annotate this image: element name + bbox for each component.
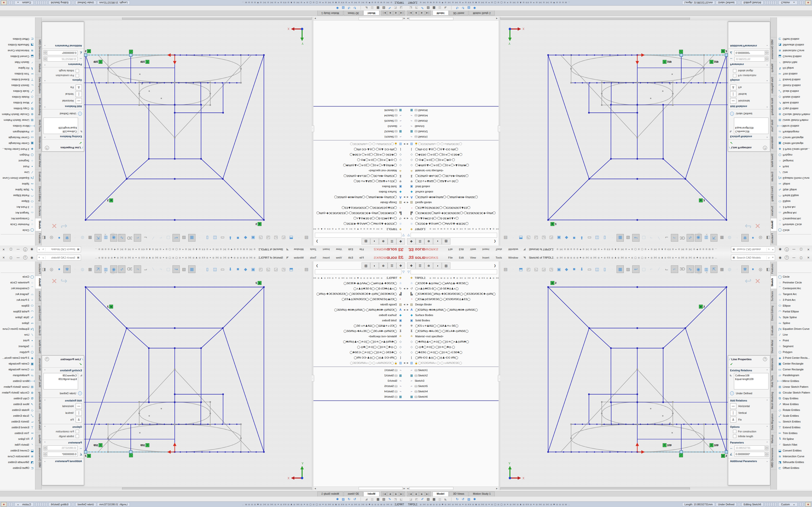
tree-item[interactable]: ☆ ◯ЄЅЗЄ✚◦♟◎ΛА⌀◯◦◯⌀АΛ◎♟◦✚ЗЄЅЄ◯ — [406, 281, 499, 286]
collapse-icon[interactable]: ⌃ — [766, 441, 768, 444]
bottom-toolbar-icon[interactable]: ▤ — [425, 497, 431, 501]
account-icon[interactable]: ◉ — [777, 248, 783, 251]
rollback-bar[interactable] — [406, 106, 499, 107]
tree-item-sketch[interactable]: ⌐ (-) Sketch4 — [406, 113, 499, 118]
option-row[interactable]: For construction — [728, 429, 770, 434]
sketch-tool-item[interactable]: ⊛ Circular Sketch Pattern — [0, 390, 35, 395]
tree-item[interactable]: Σ ◯ЄЅИΝ◎◦✚А∪ЗЄ◯◦◯ЗЄ∪А✚◦◎ИΝЅЄ◯ — [406, 328, 499, 334]
panel-expand-icon[interactable]: ❯ — [494, 264, 498, 267]
titlebar-quick-icons[interactable]: ◎ ЗЄ ◎ Ш ◎ ◎ ◎ ✚ ◎ ЭС ◎ ЗЄ ◎ ✦ ◎ ЄЅ ◎ ♟ … — [83, 248, 255, 251]
tab-nav-button[interactable]: ▶ — [419, 11, 425, 15]
bottom-toolbar-icon[interactable]: ◪ — [398, 497, 404, 501]
sketch-tool-item[interactable]: ⬓ Convert Entities — [0, 54, 35, 59]
sketch-tool-item[interactable]: ↗ Move Entities — [0, 401, 35, 407]
close-button[interactable]: ✕ — [0, 248, 7, 251]
sketch-tool-item[interactable]: ✂ Trim Entities — [0, 430, 35, 436]
tree-item[interactable]: ◇ ◯✚ϨЭ∈∙◯✳⊙[◯◦◯]⊙✳◯∙∈ЭϨ✚◯ — [313, 152, 406, 157]
relation-badge[interactable]: ∕ — [129, 453, 133, 457]
expand-icon[interactable]: ⌄ — [766, 460, 768, 462]
sketch-tool-item[interactable]: ✂ Trim Entities — [777, 430, 812, 436]
help-icon[interactable]: ? — [785, 247, 789, 251]
sketch-tool-item[interactable]: ◈ 3 Point Center Recta... — [0, 355, 35, 361]
relation-badge[interactable]: ⧄ 3 — [721, 50, 727, 53]
document-tab[interactable]: Motion Study 1 — [317, 10, 343, 15]
commandmanager-tab[interactable]: Mesh Modeling — [771, 96, 777, 117]
sketch-tool-item[interactable]: ✂ Trim Entities — [777, 71, 812, 77]
menu-item[interactable]: View — [333, 248, 345, 251]
parameters-header[interactable]: Parameters — [68, 441, 82, 444]
parameters-header[interactable]: Parameters — [730, 441, 744, 444]
tree-item[interactable]: ▶ A ◯ЄЅИΝ◎◦✚А✚◎ИΝА◯◦◯АИΝ◎✚А✚◦◎ИΝЅЄ◯ — [406, 194, 499, 200]
tree-filter-input[interactable] — [411, 270, 497, 274]
additional-parameters-header[interactable]: Additional Parameters — [730, 460, 757, 463]
commandmanager-tab[interactable]: Weldments — [35, 356, 41, 373]
bottom-toolbar-icon[interactable]: ✐ — [387, 497, 393, 501]
tab-nav-button[interactable]: ◀ — [393, 492, 399, 496]
option-row[interactable]: For construction — [728, 73, 770, 78]
sketch-tool-item[interactable]: ◯ Circle — [777, 274, 812, 280]
commandmanager-tab[interactable]: Direct Editing — [35, 184, 41, 203]
search-icon[interactable]: ⌕ — [767, 256, 771, 259]
ok-check-icon[interactable]: ✔ — [728, 140, 770, 145]
sketch-tool-item[interactable]: ⌒ Centerpoint Arc — [777, 216, 812, 222]
expand-icon[interactable]: ▶ — [403, 287, 406, 290]
search-dropdown-icon[interactable]: ▼ — [771, 248, 775, 250]
commandmanager-tab[interactable]: Markup — [771, 61, 777, 74]
checkbox[interactable] — [733, 74, 737, 77]
expand-icon[interactable]: ▶ — [403, 196, 406, 199]
search-box[interactable]: ▣ ⌕ ▼ — [37, 247, 81, 252]
tree-item[interactable]: ◇ ◯∙◎✚◯✳⊙[◯◦◯]⊙✳◯✚◎∙◯ — [313, 344, 406, 350]
document-tab[interactable]: Model — [363, 10, 379, 15]
sketch-tool-item[interactable]: ◠ Partial Ellipse — [0, 193, 35, 199]
tree-item[interactable]: ◇ ◯∙◎✚◯✳⊙[◯◦◯]⊙✳◯✚◎∙◯ — [406, 157, 499, 163]
feature-manager-tab[interactable]: ☰ — [416, 238, 424, 244]
tree-item[interactable]: ▶ ↺ ◯⋏♟◎✚ЄЅ◦Ϩ◯◦◯Ϩ◦ЅЄ✚◎♟⋏◯ — [406, 216, 499, 221]
tree-item-sketch[interactable]: ▦ (-) Sketch6 — [313, 108, 406, 113]
tree-item[interactable]: ▶ ▧ 🔒 ◯ЄЅЗЄИΝА∪∙◯◦◯∙∪АИΝЗЄЅЄ◯ — [406, 360, 499, 365]
add-relations-header[interactable]: Add Relations — [65, 105, 82, 108]
sketch-tool-item[interactable]: ◌ Perimeter Circle — [777, 222, 812, 227]
bottom-toolbar-icon[interactable]: ✱ — [335, 6, 340, 10]
pin-icon[interactable]: ◥ — [523, 248, 525, 251]
feature-manager-tab[interactable]: ❖ — [407, 238, 416, 244]
tree-item[interactable]: ☆ ◯ЄЅЗЄ✚◦♟◎ΛА⌀◯◦◯⌀АΛ◎♟◦✚ЗЄЅЄ◯ — [313, 221, 406, 226]
sketch-tool-item[interactable]: ⊢⊣ Mirror Entities — [777, 123, 812, 129]
sketch-tool-item[interactable]: ∕ Line — [777, 332, 812, 338]
tab-nav-button[interactable]: ◀ — [413, 492, 419, 496]
tree-item[interactable]: ◆ Surface Bodies — [406, 313, 499, 318]
existing-relations-header[interactable]: Existing Relations — [60, 369, 82, 372]
commandmanager-tab[interactable]: Direct Editing — [771, 184, 777, 203]
tree-item[interactable]: ◆ Surface Bodies — [313, 189, 406, 194]
sketch-tool-item[interactable]: ⊤ Extend Entities — [777, 425, 812, 430]
scroll-left-icon[interactable]: ◀ — [403, 488, 406, 490]
tree-item[interactable]: ◇ ◯✚ϨЭ∈∙◯✳⊙[◯◦◯]⊙✳◯∙∈ЭϨ✚◯ — [313, 350, 406, 355]
feature-manager-tab[interactable]: ⊕ — [379, 263, 388, 269]
relation-button-icon[interactable]: ⚓ — [730, 84, 737, 90]
sketch-tool-item[interactable]: ◯ Circle — [0, 227, 35, 233]
commandmanager-tab[interactable]: Sketch — [35, 218, 41, 231]
feature-manager-tab[interactable]: ◑ — [433, 238, 442, 244]
sketch-tool-item[interactable]: ƒx Equation Driven Curve — [777, 326, 812, 332]
commandmanager-tab[interactable]: Mesh Modeling — [35, 390, 41, 411]
feature-manager-tab[interactable]: ❖ — [407, 263, 416, 269]
commandmanager-tab[interactable]: Surfaces — [35, 289, 41, 303]
sketch-tool-item[interactable]: ◌ Perimeter Circle — [0, 222, 35, 227]
rollback-bar[interactable] — [406, 400, 499, 401]
bottom-toolbar-icon[interactable]: ⊾ — [363, 497, 369, 501]
titlebar-quick-icons[interactable]: ◎ ЗЄ ◎ Ш ◎ ◎ ◎ ✚ ◎ ЭС ◎ ЗЄ ◎ ✦ ◎ ЄЅ ◎ ♟ … — [557, 257, 729, 259]
sketch-tool-item[interactable]: ▣ Center Rectangle — [0, 140, 35, 146]
menu-item[interactable]: Edit — [345, 248, 356, 251]
menu-item[interactable]: Insert — [320, 256, 333, 259]
bottom-toolbar-icon[interactable]: ✐ — [419, 6, 425, 10]
menu-item[interactable]: Window — [505, 256, 521, 259]
tree-item[interactable]: ◇ ◯∙◎✚◯✳⊙[◯◦◯]⊙✳◯✚◎∙◯ — [406, 344, 499, 350]
tree-root[interactable]: ❖ TЯPDL2. ◎ ЗЄ ◎ Ш ◎ ◎ ◎ ✚ ◎ ЭС ◎ ЗЄ ◎ ✦… — [406, 275, 499, 281]
search-box[interactable]: ▣ ⌕ ▼ — [731, 255, 775, 261]
rollback-bar[interactable] — [313, 400, 406, 401]
document-tab[interactable]: 3D Views — [344, 492, 363, 497]
options-header[interactable]: Options — [72, 426, 82, 428]
tree-item[interactable]: ▙ ◯ЄЅ✚ЗЄЅЄ◯ИΝ◎◦✚ЭСЗЄИЗЄЅЄ◯◦◯ЄЅЗЄИЗЄЭС✚◦◎… — [313, 291, 406, 296]
checkbox[interactable] — [75, 74, 79, 77]
checkbox[interactable] — [733, 435, 737, 438]
commandmanager-tab[interactable]: Sheet Metal — [35, 338, 41, 356]
